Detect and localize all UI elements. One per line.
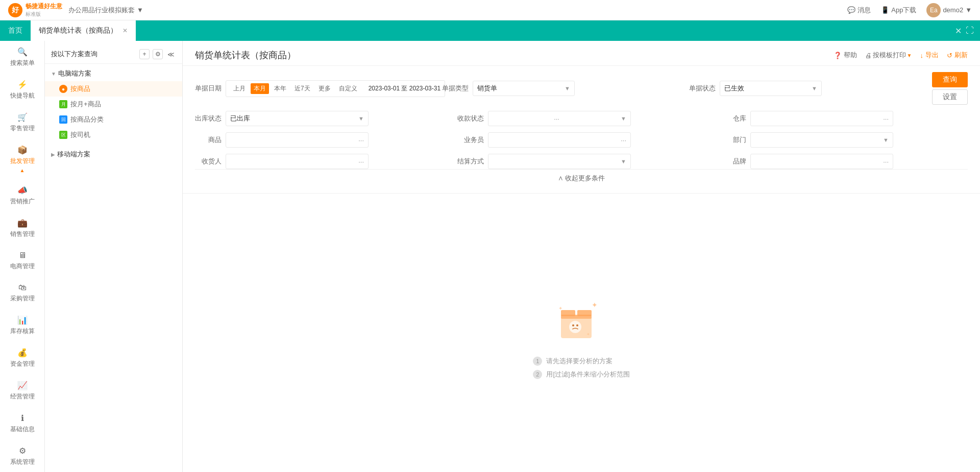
top-header-left: 好 畅捷通好生意 标准版 办公用品行业模拟账套 ▼ xyxy=(8,2,143,18)
query-btn[interactable]: 查询 xyxy=(932,72,968,87)
setting-btn[interactable]: 设置 xyxy=(932,89,968,105)
scheme-item-by-month-product[interactable]: 月 按月+商品 xyxy=(45,97,182,112)
warehouse-field: 仓库 ··· xyxy=(720,111,968,126)
help-btn[interactable]: ❓ 帮助 xyxy=(834,51,857,60)
svg-point-5 xyxy=(572,324,574,326)
sidebar-item-search-menu[interactable]: 🔍 搜索菜单 xyxy=(0,41,44,74)
doc-status-value[interactable]: 已生效 ▼ xyxy=(720,81,822,96)
scheme-item-by-cashier[interactable]: 区 按司机 xyxy=(45,127,182,143)
date-tab-more[interactable]: 更多 xyxy=(315,83,334,94)
sidebar-item-operations[interactable]: 📈 经营管理 xyxy=(0,374,44,407)
date-tab-this-month[interactable]: 本月 xyxy=(251,83,269,94)
refresh-btn[interactable]: ↺ 刷新 xyxy=(947,51,968,60)
tip-num-1: 1 xyxy=(533,357,542,366)
sidebar-item-sales-mgmt[interactable]: 💼 销售管理 xyxy=(0,212,44,245)
by-product-category-icon: 回 xyxy=(59,115,67,124)
sidebar-item-purchase[interactable]: 🛍 采购管理 xyxy=(0,277,44,309)
date-value[interactable]: 上月 本月 本年 近7天 更多 自定义 2023-03-01 至 2023-03… xyxy=(226,80,445,97)
tab-close-icon[interactable]: ✕ xyxy=(122,27,128,34)
svg-point-6 xyxy=(576,324,578,326)
search-menu-icon: 🔍 xyxy=(17,47,28,57)
tip-num-2: 2 xyxy=(533,370,542,379)
export-btn[interactable]: ↓ 导出 xyxy=(920,51,939,60)
dept-value[interactable]: ▼ xyxy=(750,132,893,148)
tab-home[interactable]: 首页 xyxy=(0,20,31,41)
expand-icon: ▲ xyxy=(20,168,25,173)
warehouse-value[interactable]: ··· xyxy=(750,111,893,126)
doc-status-dropdown-icon: ▼ xyxy=(812,85,817,91)
receiver-value[interactable]: ··· xyxy=(226,154,369,169)
industry-selector[interactable]: 办公用品行业模拟账套 ▼ xyxy=(68,6,143,15)
sidebar-item-quick-nav[interactable]: ⚡ 快捷导航 xyxy=(0,74,44,106)
scheme-item-by-product[interactable]: ● 按商品 xyxy=(45,81,182,97)
wholesale-mgmt-icon: 📦 xyxy=(17,145,28,155)
sidebar-item-ecommerce[interactable]: 🖥 电商管理 xyxy=(0,245,44,277)
industry-name: 办公用品行业模拟账套 xyxy=(68,6,135,15)
sales-mgmt-icon: 💼 xyxy=(17,218,28,228)
receiver-field: 收货人 ··· xyxy=(195,154,443,169)
sidebar-item-retail-mgmt[interactable]: 🛒 零售管理 xyxy=(0,106,44,139)
dept-field: 部门 ▼ xyxy=(720,132,968,148)
svg-text:✦: ✦ xyxy=(592,301,598,309)
svg-rect-3 xyxy=(561,315,592,319)
date-tab-7days[interactable]: 近7天 xyxy=(291,83,313,94)
empty-tip-2: 2 用[过滤]条件来缩小分析范围 xyxy=(533,370,629,379)
scheme-collapse-btn[interactable]: ≪ xyxy=(166,49,176,59)
message-btn[interactable]: 💬 消息 xyxy=(847,6,871,15)
app-icon: 📱 xyxy=(881,6,889,14)
product-value[interactable]: ··· xyxy=(226,132,369,148)
product-field: 商品 ··· xyxy=(195,132,443,148)
sidebar-item-system-mgmt[interactable]: ⚙ 系统管理 xyxy=(0,440,44,472)
receiver-label: 收货人 xyxy=(195,157,226,166)
close-window-btn[interactable]: ✕ xyxy=(955,26,962,36)
page-title: 销货单统计表（按商品） xyxy=(195,49,296,61)
help-icon: ❓ xyxy=(834,52,842,59)
sidebar-item-inventory[interactable]: 📊 库存核算 xyxy=(0,309,44,342)
out-status-value[interactable]: 已出库 ▼ xyxy=(226,111,369,126)
content-panel: 按以下方案查询 + ⚙ ≪ ▼ 电脑端方案 ● 按商品 xyxy=(45,41,980,472)
brand-icon: 好 xyxy=(8,3,22,17)
sidebar-item-marketing[interactable]: 📣 营销推广 xyxy=(0,179,44,212)
app-download-btn[interactable]: 📱 App下载 xyxy=(881,6,916,15)
scheme-group-mobile: ▶ 移动端方案 xyxy=(45,145,182,164)
collect-status-dots-icon: ··· xyxy=(554,115,559,123)
mobile-group-triangle: ▶ xyxy=(51,152,55,157)
marketing-icon: 📣 xyxy=(17,185,28,195)
date-tab-last-month[interactable]: 上月 xyxy=(230,83,249,94)
sidebar-item-basic-info[interactable]: ℹ 基础信息 xyxy=(0,407,44,440)
scheme-header: 按以下方案查询 + ⚙ ≪ xyxy=(45,45,182,64)
collect-status-dropdown-icon: ▼ xyxy=(621,115,626,122)
doc-status-label: 单据状态 xyxy=(689,84,720,93)
top-header-right: 💬 消息 📱 App下载 Ea demo2 ▼ xyxy=(847,3,972,17)
doc-type-value[interactable]: 销货单 ▼ xyxy=(473,81,575,96)
salesman-value[interactable]: ··· xyxy=(488,132,631,148)
svg-text:✦: ✦ xyxy=(586,332,590,337)
scheme-item-by-product-category[interactable]: 回 按商品分类 xyxy=(45,112,182,127)
system-mgmt-icon: ⚙ xyxy=(19,446,26,456)
scheme-settings-btn[interactable]: ⚙ xyxy=(153,49,163,59)
brand-logo: 好 畅捷通好生意 标准版 xyxy=(8,2,62,18)
maximize-window-btn[interactable]: ⛶ xyxy=(966,26,974,35)
date-tab-custom[interactable]: 自定义 xyxy=(336,83,360,94)
print-btn[interactable]: 🖨 按模板打印 ▼ xyxy=(865,51,912,60)
scheme-group-desktop-header[interactable]: ▼ 电脑端方案 xyxy=(45,66,182,81)
by-product-icon: ● xyxy=(59,85,67,93)
collapse-btn[interactable]: ∧ 收起更多条件 xyxy=(558,174,605,183)
scheme-group-mobile-header[interactable]: ▶ 移动端方案 xyxy=(45,147,182,162)
sidebar-item-wholesale-mgmt[interactable]: 📦 批发管理 ▲ xyxy=(0,139,44,179)
user-dropdown-icon: ▼ xyxy=(965,6,972,14)
settlement-value[interactable]: ▼ xyxy=(488,154,631,169)
user-avatar-btn[interactable]: Ea demo2 ▼ xyxy=(926,3,972,17)
brand-value[interactable]: ··· xyxy=(750,154,893,169)
retail-mgmt-icon: 🛒 xyxy=(17,112,28,122)
print-icon: 🖨 xyxy=(865,52,872,59)
settlement-dropdown-icon: ▼ xyxy=(621,158,626,164)
sidebar-item-finance[interactable]: 💰 资金管理 xyxy=(0,342,44,374)
date-tab-this-year[interactable]: 本年 xyxy=(271,83,289,94)
empty-illustration: ✦ ✦ ✦ xyxy=(551,287,612,348)
collect-status-value[interactable]: ··· ▼ xyxy=(488,111,631,126)
ecommerce-icon: 🖥 xyxy=(18,251,27,260)
tab-sales-stats[interactable]: 销货单统计表（按商品） ✕ xyxy=(31,20,136,41)
print-dropdown-icon[interactable]: ▼ xyxy=(907,53,912,58)
scheme-add-btn[interactable]: + xyxy=(139,49,150,59)
